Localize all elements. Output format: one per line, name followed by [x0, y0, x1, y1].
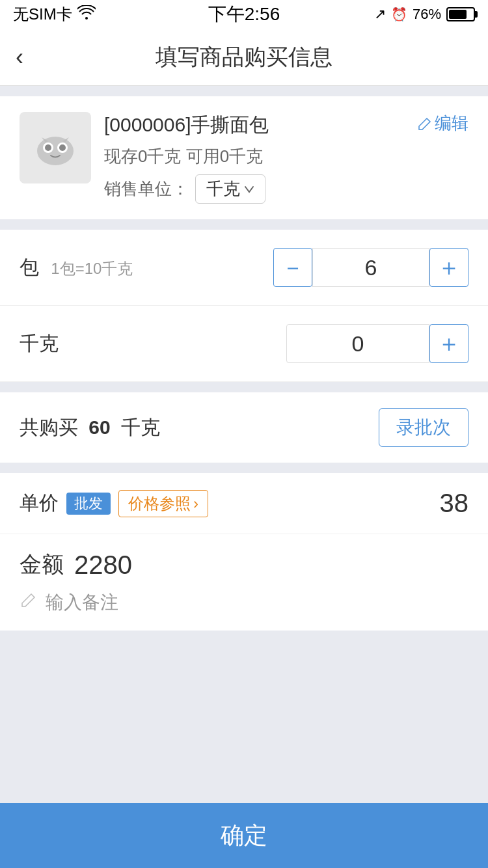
chevron-down-icon	[244, 185, 254, 193]
total-text: 共购买 60 千克	[20, 414, 160, 441]
amount-value: 2280	[74, 550, 132, 580]
package-input-section: 包 1包=10千克 － ＋ 千克 ＋	[0, 230, 488, 382]
price-label: 单价	[20, 490, 59, 517]
package-hint: 1包=10千克	[51, 260, 133, 277]
price-ref-button[interactable]: 价格参照 ›	[118, 490, 208, 517]
amount-label: 金额	[20, 550, 64, 580]
battery-icon	[446, 7, 475, 21]
total-row: 共购买 60 千克 录批次	[0, 392, 488, 463]
carrier-text: 无SIM卡	[13, 4, 72, 25]
back-button[interactable]: ‹	[16, 44, 23, 71]
package-minus-button[interactable]: －	[273, 248, 312, 287]
unit-label-text: 销售单位：	[104, 178, 189, 200]
amount-row: 金额 2280	[20, 550, 468, 580]
gap-1	[0, 219, 488, 230]
kg-plus-button[interactable]: ＋	[429, 324, 468, 363]
product-name: [0000006]手撕面包	[104, 112, 418, 139]
kg-label: 千克	[20, 331, 286, 357]
product-logo-icon	[33, 128, 78, 167]
svg-point-4	[59, 144, 66, 151]
package-quantity-input[interactable]	[312, 248, 429, 287]
status-bar: 无SIM卡 下午2:56 ↗ ⏰ 76%	[0, 0, 488, 29]
package-label: 包 1包=10千克	[20, 254, 273, 281]
amount-section: 金额 2280 输入备注	[0, 534, 488, 631]
product-info: [0000006]手撕面包 编辑 现存0千克 可用0千克 销售单位： 千克	[104, 112, 468, 204]
product-unit-row: 销售单位： 千克	[104, 174, 468, 204]
status-right: ↗ ⏰ 76%	[374, 6, 475, 23]
unit-selector[interactable]: 千克	[195, 174, 265, 204]
location-icon: ↗	[374, 6, 386, 23]
wifi-icon	[77, 5, 96, 23]
unit-value: 千克	[206, 178, 240, 200]
product-stock: 现存0千克 可用0千克	[104, 145, 468, 168]
edit-icon	[418, 116, 432, 131]
price-label-row: 单价 批发 价格参照 ›	[20, 490, 208, 517]
kg-quantity-control: ＋	[286, 324, 468, 363]
confirm-button[interactable]: 确定	[0, 803, 488, 868]
product-title-row: [0000006]手撕面包 编辑	[104, 112, 468, 139]
gap-top	[0, 86, 488, 96]
total-amount: 60	[88, 416, 110, 438]
edit-button[interactable]: 编辑	[418, 112, 468, 135]
alarm-icon: ⏰	[391, 7, 407, 22]
kg-input-row: 千克 ＋	[0, 306, 488, 382]
status-carrier: 无SIM卡	[13, 4, 96, 25]
page-title: 填写商品购买信息	[156, 42, 332, 72]
battery-percent: 76%	[413, 6, 441, 23]
price-tag: 批发	[66, 493, 111, 515]
product-card: [0000006]手撕面包 编辑 现存0千克 可用0千克 销售单位： 千克	[0, 96, 488, 219]
price-section: 单价 批发 价格参照 › 38	[0, 473, 488, 534]
gap-2	[0, 382, 488, 392]
nav-bar: ‹ 填写商品购买信息	[0, 29, 488, 86]
note-row[interactable]: 输入备注	[20, 590, 468, 615]
svg-point-0	[37, 137, 74, 165]
kg-quantity-input[interactable]	[286, 324, 429, 363]
note-placeholder: 输入备注	[46, 590, 118, 615]
gap-3	[0, 463, 488, 473]
batch-button[interactable]: 录批次	[379, 408, 468, 447]
svg-point-3	[45, 144, 51, 151]
product-image	[20, 112, 91, 183]
package-quantity-control: － ＋	[273, 248, 468, 287]
status-time: 下午2:56	[208, 2, 280, 27]
package-input-row: 包 1包=10千克 － ＋	[0, 230, 488, 306]
price-ref-arrow: ›	[193, 495, 198, 513]
package-plus-button[interactable]: ＋	[429, 248, 468, 287]
price-value: 38	[440, 489, 469, 518]
pencil-icon	[20, 592, 36, 614]
